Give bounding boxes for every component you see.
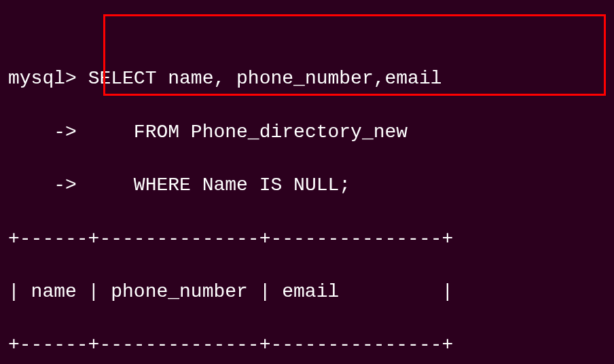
table-header-row: | name | phone_number | email | xyxy=(8,278,606,305)
table-border-mid: +------+--------------+---------------+ xyxy=(8,331,606,358)
terminal-output: mysql> SELECT name, phone_number,email -… xyxy=(8,12,606,364)
sql-from: FROM Phone_directory_new xyxy=(88,122,408,143)
sql-select: SELECT name, phone_number,email xyxy=(88,68,442,89)
query-line-1: mysql> SELECT name, phone_number,email xyxy=(8,65,606,92)
query-line-3: -> WHERE Name IS NULL; xyxy=(8,172,606,198)
table-border-top: +------+--------------+---------------+ xyxy=(8,225,606,252)
mysql-prompt: mysql> xyxy=(8,68,88,89)
continuation-prompt: -> xyxy=(8,175,88,196)
continuation-prompt: -> xyxy=(8,122,88,143)
sql-where: WHERE Name IS NULL; xyxy=(88,175,350,196)
query-line-2: -> FROM Phone_directory_new xyxy=(8,119,606,145)
